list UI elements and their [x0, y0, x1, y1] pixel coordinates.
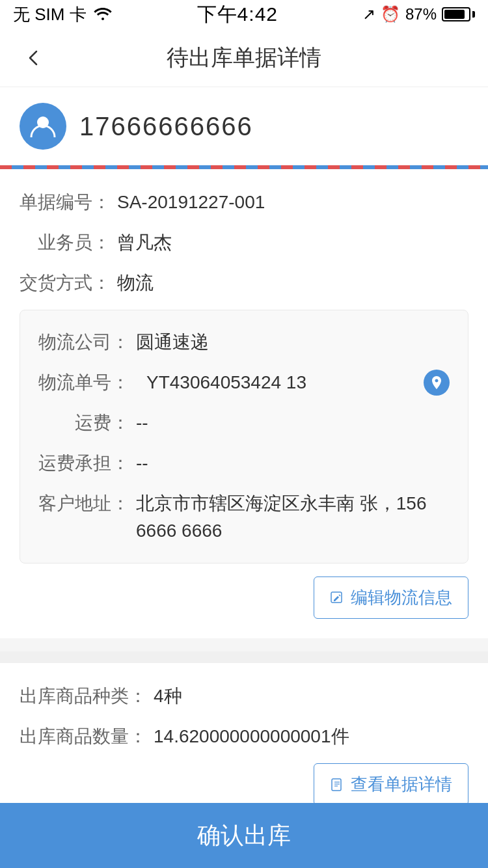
nav-bar: 待出库单据详情	[0, 29, 488, 87]
freight-bearer-label: 运费承担：	[38, 450, 129, 477]
order-no-row: 单据编号： SA-20191227-001	[20, 189, 468, 216]
section-divider	[0, 651, 488, 663]
view-details-container: 查看单据详情	[20, 763, 468, 806]
salesperson-label: 业务员：	[20, 229, 111, 256]
tracking-row: 物流单号： YT43064053424 13	[38, 369, 450, 396]
goods-quantity-value: 14.620000000000001件	[154, 723, 468, 750]
alarm-icon: ⏰	[381, 5, 400, 23]
goods-type-label: 出库商品种类：	[20, 683, 147, 710]
salesperson-value: 曾凡杰	[117, 229, 468, 256]
wifi-icon	[93, 5, 113, 25]
user-phone: 17666666666	[79, 112, 253, 141]
status-right: ↗ ⏰ 87%	[362, 5, 475, 23]
view-details-button[interactable]: 查看单据详情	[314, 763, 468, 806]
freight-bearer-value: --	[136, 450, 450, 477]
tracking-location-icon[interactable]	[424, 370, 450, 396]
edit-btn-container: 编辑物流信息	[20, 576, 468, 619]
order-no-value: SA-20191227-001	[117, 189, 468, 216]
svg-rect-2	[332, 779, 341, 791]
goods-section: 出库商品种类： 4种 出库商品数量： 14.620000000000001件 查…	[0, 663, 488, 825]
tracking-label: 物流单号：	[38, 369, 129, 396]
edit-logistics-button[interactable]: 编辑物流信息	[314, 576, 468, 619]
freight-bearer-row: 运费承担： --	[38, 450, 450, 477]
address-label: 客户地址：	[38, 490, 129, 517]
logistics-company-row: 物流公司： 圆通速递	[38, 329, 450, 356]
freight-label: 运费：	[38, 409, 129, 437]
avatar	[20, 103, 66, 150]
logistics-company-value: 圆通速递	[136, 329, 450, 356]
freight-value: --	[136, 409, 450, 437]
status-bar: 无 SIM 卡 下午4:42 ↗ ⏰ 87%	[0, 0, 488, 29]
order-no-label: 单据编号：	[20, 189, 111, 216]
edit-icon	[330, 591, 344, 605]
logistics-company-label: 物流公司：	[38, 329, 129, 356]
sim-status: 无 SIM 卡	[13, 3, 87, 26]
delivery-value: 物流	[117, 269, 468, 297]
delivery-row: 交货方式： 物流	[20, 269, 468, 297]
status-time: 下午4:42	[197, 1, 278, 28]
tracking-value: YT43064053424 13	[146, 369, 413, 396]
address-row: 客户地址： 北京市市辖区海淀区永丰南 张，156 6666 6666	[38, 490, 450, 545]
edit-logistics-label: 编辑物流信息	[351, 586, 452, 609]
logistics-card: 物流公司： 圆通速递 物流单号： YT43064053424 13 运费： --…	[20, 310, 468, 563]
battery-percent: 87%	[405, 5, 437, 23]
goods-type-value: 4种	[154, 683, 468, 710]
delivery-label: 交货方式：	[20, 269, 111, 297]
salesperson-row: 业务员： 曾凡杰	[20, 229, 468, 256]
goods-type-row: 出库商品种类： 4种	[20, 683, 468, 710]
basic-info-section: 单据编号： SA-20191227-001 业务员： 曾凡杰 交货方式： 物流 …	[0, 169, 488, 638]
status-left: 无 SIM 卡	[13, 3, 113, 26]
page-title: 待出库单据详情	[167, 43, 321, 73]
user-header: 17666666666	[0, 87, 488, 165]
confirm-outbound-label: 确认出库	[197, 820, 291, 852]
confirm-outbound-button[interactable]: 确认出库	[0, 803, 488, 868]
view-details-label: 查看单据详情	[351, 773, 452, 796]
goods-quantity-label: 出库商品数量：	[20, 723, 147, 750]
location-status-icon: ↗	[362, 5, 375, 23]
goods-quantity-row: 出库商品数量： 14.620000000000001件	[20, 723, 468, 750]
address-value: 北京市市辖区海淀区永丰南 张，156 6666 6666	[136, 490, 450, 545]
back-button[interactable]	[20, 44, 48, 72]
battery-icon	[442, 7, 475, 21]
document-icon	[330, 778, 344, 792]
freight-row: 运费： --	[38, 409, 450, 437]
